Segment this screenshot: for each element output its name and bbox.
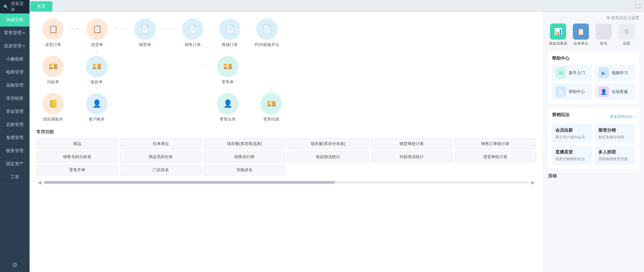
quick-icon-0[interactable]: 📊现金流量表 — [548, 24, 568, 46]
func-btn-row1-0[interactable]: 商品 — [36, 138, 118, 149]
pos-icon: 📄 — [256, 18, 278, 40]
func-btn-row1-3[interactable]: 现存量(库存分布表) — [287, 138, 369, 149]
flow-node-retail-out[interactable]: 👤 零售出库 — [211, 93, 244, 122]
purchase-order-icon: 📋 — [42, 18, 64, 40]
func-grid-row1: 商品往来单位现存量(库存状况表)现存量(库存分布表)销货单统计表销售订单统计表 — [36, 138, 536, 149]
func-btn-row1-5[interactable]: 销售订单统计表 — [455, 138, 536, 149]
flow-node-payment[interactable]: 💴 付款单 — [36, 56, 70, 85]
arrow-4: ·· — [210, 26, 213, 31]
receipt-icon: 💴 — [86, 56, 107, 77]
func-btn-row2-0[interactable]: 销售毛利分析表 — [36, 151, 118, 163]
help-item-3[interactable]: 👤在线客服 — [595, 84, 635, 100]
sidebar-item-9[interactable]: 发票管理 — [0, 131, 30, 144]
func-btn-row1-1[interactable]: 往来单位 — [120, 138, 201, 149]
marketing-item-2[interactable]: 直播卖货场景式购物新玩法 — [552, 146, 592, 165]
sidebar-item-4[interactable]: 电商管理 — [0, 66, 30, 79]
func-btn-row1-2[interactable]: 现存量(库存状况表) — [203, 138, 285, 149]
customize-link[interactable]: ⚙ 首页自定义设置 — [606, 15, 639, 20]
quick-icon-box-2 — [596, 24, 612, 40]
flow-node-pos[interactable]: 📄 POS收银开台 — [250, 18, 284, 48]
search-menu[interactable]: 🔍 搜索菜单 — [0, 0, 30, 13]
quick-icon-box-1: 📋 — [573, 24, 589, 40]
func-btn-row3-2[interactable]: 导购排名 — [203, 165, 285, 176]
func-btn-row2-4[interactable]: 付款情况统计 — [371, 151, 453, 163]
tab-expand-icon[interactable]: ⛶ — [632, 1, 644, 11]
retail-settle-label: 零售结算 — [263, 117, 279, 122]
quick-icon-label-1: 往来单位 — [573, 41, 588, 46]
sidebar-item-0[interactable]: 快捷导航 — [0, 13, 30, 27]
sidebar-item-12[interactable]: 工资 — [0, 171, 30, 184]
tabbar: 首页 ⛶ — [30, 0, 644, 12]
flow-node-customer-book[interactable]: 👤 客户账本 — [80, 93, 113, 122]
arrow-2: ←····· — [114, 26, 127, 32]
help-item-0[interactable]: ✉新手入门 — [552, 65, 592, 81]
supplier-book-icon: 📒 — [42, 93, 64, 115]
more-marketing-link[interactable]: 更多营销玩法 > — [610, 114, 635, 119]
sidebar-item-5[interactable]: 采购管理 — [0, 79, 30, 92]
quick-icon-3[interactable]: ⚙设置 — [616, 24, 637, 46]
quick-icon-label-3: 设置 — [623, 41, 630, 46]
quick-icon-2[interactable]: 暂无 — [594, 24, 614, 46]
help-item-2[interactable]: 📄帮助中心 — [552, 84, 592, 100]
settings-nav-button[interactable]: ⚙ — [0, 258, 30, 272]
sidebar: 🔍 搜索菜单 快捷导航零售管理▼批发管理▼小畅电商电商管理采购管理库存核算资金管… — [0, 0, 30, 272]
marketing-item-title-3: 多人拼团 — [598, 149, 632, 155]
tab-home[interactable]: 首页 — [30, 1, 52, 11]
activity-section: 活动 — [548, 173, 639, 179]
help-label-1: 视频学习 — [612, 70, 628, 76]
sidebar-item-1[interactable]: 零售管理▼ — [0, 27, 30, 40]
payment-icon: 💴 — [42, 56, 64, 77]
sidebar-item-2[interactable]: 批发管理▼ — [0, 40, 30, 53]
quick-icon-1[interactable]: 📋往来单位 — [571, 24, 591, 46]
quick-icons: 📊现金流量表📋往来单位暂无⚙设置 — [548, 24, 639, 46]
help-icon-2: 📄 — [555, 86, 566, 97]
marketing-item-1[interactable]: 裂变分销裂式发展分销商 — [595, 124, 635, 143]
scroll-track[interactable] — [44, 181, 528, 184]
scroll-right[interactable]: ▶ — [530, 179, 536, 186]
flow-node-sales-order[interactable]: 📄 销售订单 — [176, 18, 210, 48]
sidebar-item-3[interactable]: 小畅电商 — [0, 53, 30, 66]
marketing-item-title-1: 裂变分销 — [598, 127, 632, 133]
func-btn-row3-1[interactable]: 门店排名 — [120, 165, 201, 176]
down-arrow-1: ↓ — [36, 50, 70, 54]
sidebar-item-10[interactable]: 税务管理 — [0, 144, 30, 157]
arrow-5: ·· — [247, 26, 249, 31]
flow-diagram: 📋 进货订单 ─→ 📋 进货单 ←····· 📄 销货单 ←····· — [36, 18, 536, 122]
search-label: 搜索菜单 — [11, 1, 26, 13]
func-btn-row1-4[interactable]: 销货单统计表 — [371, 138, 453, 149]
func-btn-row2-5[interactable]: 进货单统计表 — [455, 151, 536, 163]
flow-node-purchase-order[interactable]: 📋 进货订单 — [36, 18, 70, 48]
sidebar-item-8[interactable]: 总账管理 — [0, 118, 30, 131]
customer-book-label: 客户账本 — [89, 117, 105, 122]
scroll-thumb — [44, 181, 335, 184]
help-icon-0: ✉ — [555, 67, 566, 78]
marketing-item-desc-0: 吸引用户成为会员 — [555, 135, 589, 140]
func-btn-row2-1[interactable]: 商品毛利分析 — [120, 151, 201, 163]
flow-node-sales[interactable]: 📄 销货单 — [128, 18, 162, 48]
flow-node-purchase[interactable]: 📋 进货单 — [80, 18, 114, 48]
func-btn-row3-0[interactable]: 零售开单 — [36, 165, 118, 176]
flow-node-supplier-book[interactable]: 📒 供应商账本 — [36, 93, 70, 122]
flow-node-retail[interactable]: 💴 零售单 — [211, 56, 244, 85]
purchase-icon: 📋 — [86, 18, 108, 40]
sidebar-item-11[interactable]: 固定资产 — [0, 157, 30, 171]
quick-icon-box-3: ⚙ — [618, 24, 635, 40]
flow-node-receipt[interactable]: 💴 收款单 — [80, 56, 113, 85]
help-item-1[interactable]: ▶视频学习 — [595, 65, 635, 81]
sidebar-item-6[interactable]: 库存核算 — [0, 92, 30, 105]
flow-node-retail-settle[interactable]: 💴 零售结算 — [255, 93, 288, 122]
marketing-item-desc-1: 裂式发展分销商 — [598, 135, 632, 140]
func-btn-row2-3[interactable]: 收款情况统计 — [287, 151, 369, 163]
marketing-header: 营销玩法 更多营销玩法 > — [552, 112, 635, 121]
func-btn-row2-2[interactable]: 销售排行榜 — [203, 151, 285, 163]
scroll-left[interactable]: ◀ — [36, 179, 43, 186]
marketing-item-3[interactable]: 多人拼团拼团购物享受优惠 — [595, 146, 635, 165]
flow-row-2: 💴 付款单 💴 收款单 ←···· 💴 零售单 — [36, 56, 536, 85]
flow-node-mall-order[interactable]: 📄 商城订单 — [213, 18, 246, 48]
marketing-title: 营销玩法 — [552, 112, 569, 118]
marketing-item-0[interactable]: 会员拉新吸引用户成为会员 — [552, 124, 592, 143]
down-arrow-3: ↓ — [211, 50, 244, 54]
sidebar-item-7[interactable]: 资金管理 — [0, 105, 30, 118]
pos-label: POS收银开台 — [255, 42, 279, 48]
receipt-label: 收款单 — [91, 79, 103, 85]
